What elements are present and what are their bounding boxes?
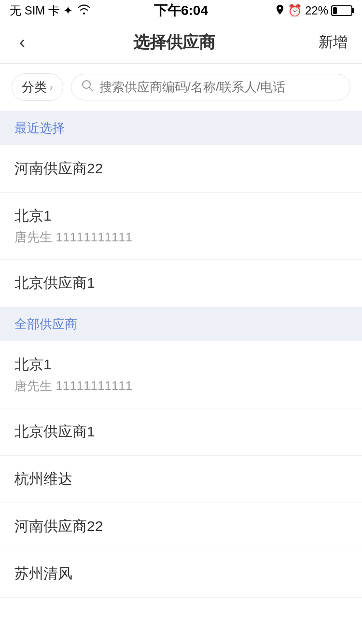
battery-icon — [331, 5, 352, 16]
list-item-name: 苏州清风 — [14, 564, 348, 584]
add-button[interactable]: 新增 — [319, 32, 348, 52]
list-item-name: 杭州维达 — [14, 469, 348, 489]
list-item[interactable]: 苏州清风 — [0, 550, 362, 598]
all-list: 北京1唐先生 11111111111北京供应商1杭州维达河南供应商22苏州清风 — [0, 341, 362, 598]
list-item-name: 河南供应商22 — [14, 159, 348, 179]
list-item-sub: 唐先生 11111111111 — [14, 378, 348, 394]
no-sim-label: 无 SIM 卡 ✦ — [10, 3, 73, 18]
list-item-name: 河南供应商22 — [14, 517, 348, 536]
back-button[interactable]: ‹ — [14, 28, 30, 57]
status-right: ⏰ 22% — [275, 4, 352, 17]
location-icon — [275, 4, 285, 17]
list-item[interactable]: 河南供应商22 — [0, 503, 362, 550]
list-item-name: 北京1 — [14, 355, 348, 375]
filter-bar: 分类 › — [0, 64, 362, 111]
svg-line-1 — [89, 87, 93, 91]
status-bar: 无 SIM 卡 ✦ 下午6:04 ⏰ 22% — [0, 0, 362, 21]
list-item-name: 北京供应商1 — [14, 273, 348, 293]
status-time: 下午6:04 — [154, 1, 208, 20]
list-item-sub: 唐先生 11111111111 — [14, 229, 348, 246]
all-section-header: 全部供应商 — [0, 307, 362, 341]
category-button[interactable]: 分类 › — [12, 73, 63, 101]
list-item[interactable]: 北京供应商1 — [0, 260, 362, 307]
recent-section-label: 最近选择 — [14, 121, 65, 135]
list-item[interactable]: 北京1唐先生 11111111111 — [0, 193, 362, 260]
list-item-name: 北京1 — [14, 206, 348, 226]
status-left: 无 SIM 卡 ✦ — [10, 3, 91, 18]
recent-section-header: 最近选择 — [0, 111, 362, 145]
search-icon — [81, 79, 94, 95]
list-item[interactable]: 北京1唐先生 11111111111 — [0, 341, 362, 408]
wifi-icon — [77, 4, 91, 17]
alarm-icon: ⏰ — [288, 4, 302, 17]
list-item[interactable]: 杭州维达 — [0, 456, 362, 503]
chevron-right-icon: › — [50, 82, 53, 93]
list-item[interactable]: 北京供应商1 — [0, 408, 362, 456]
list-item-name: 北京供应商1 — [14, 422, 348, 442]
search-input[interactable] — [99, 80, 340, 95]
recent-list: 河南供应商22北京1唐先生 11111111111北京供应商1 — [0, 145, 362, 307]
nav-bar: ‹ 选择供应商 新增 — [0, 21, 362, 64]
category-label: 分类 — [22, 79, 47, 96]
search-box[interactable] — [71, 74, 350, 100]
battery-percentage: 22% — [305, 4, 328, 17]
list-item[interactable]: 河南供应商22 — [0, 145, 362, 193]
page-title: 选择供应商 — [133, 31, 215, 54]
all-section-label: 全部供应商 — [14, 317, 77, 331]
